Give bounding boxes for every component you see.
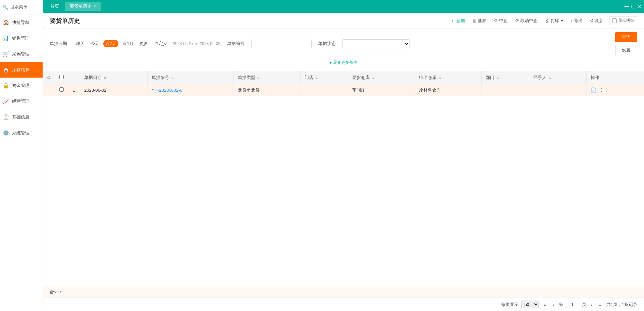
sidebar-item-inventory[interactable]: 🏠 库存核算	[0, 62, 43, 78]
col-handler[interactable]: 经手人 ⇅	[529, 71, 587, 84]
sidebar-item-sales[interactable]: 📊 销售管理	[0, 30, 43, 46]
row-checkbox-cell[interactable]	[55, 84, 68, 96]
window-maximize-icon[interactable]: □	[632, 3, 635, 10]
first-page-button[interactable]: «	[541, 301, 548, 308]
col-handler-sort-icon: ⇅	[548, 76, 551, 80]
refresh-button[interactable]: ↺ 刷新	[588, 16, 606, 25]
show-detail-checkbox[interactable]	[612, 18, 617, 23]
row-settings-cell	[43, 84, 55, 96]
page-title: 要货单历史	[50, 17, 80, 25]
expand-more-button[interactable]: ▾ 展开更多条件	[50, 58, 637, 68]
col-dept[interactable]: 部门 ⇅	[482, 71, 529, 84]
sidebar-item-operations[interactable]: 📈 经营管理	[0, 93, 43, 109]
next-page-button[interactable]: ›	[589, 301, 594, 308]
col-req-warehouse[interactable]: 要货仓库 ⇅	[348, 71, 415, 84]
per-page-select[interactable]: 20 50 100 200	[521, 301, 539, 308]
col-handler-label: 经手人	[533, 75, 546, 80]
sidebar-item-basic-info[interactable]: 📋 基础信息	[0, 109, 43, 125]
export-button[interactable]: ↑ 导出	[569, 16, 585, 25]
col-date[interactable]: 单据日期 ⇅	[80, 71, 148, 84]
col-dept-label: 部门	[486, 75, 494, 80]
select-all-checkbox[interactable]	[59, 75, 64, 79]
stop-icon: ⊘	[494, 18, 498, 23]
sidebar-item-label: 经营管理	[12, 98, 30, 104]
sidebar-item-label: 库存核算	[12, 67, 30, 73]
last-page-button[interactable]: »	[597, 301, 603, 308]
doc-no-input[interactable]	[251, 40, 312, 48]
status-select[interactable]	[343, 40, 409, 48]
window-close-icon[interactable]: ×	[638, 3, 641, 10]
sidebar-item-label: 基础信息	[12, 114, 30, 120]
col-date-label: 单据日期	[84, 75, 102, 80]
col-dept-sort-icon: ⇅	[496, 76, 499, 80]
row-doc-no[interactable]: YH-20230602-0	[148, 84, 234, 96]
sidebar-item-quick-nav[interactable]: 🏠 快捷导航	[0, 14, 43, 30]
sidebar-item-label: 资金管理	[12, 83, 30, 89]
row-store	[300, 84, 348, 96]
date-option-more[interactable]: 更多	[138, 40, 150, 47]
settings-button[interactable]: 设置	[615, 45, 637, 55]
operations-icon: 📈	[3, 98, 9, 104]
sidebar-item-purchase[interactable]: 🛒 采购管理	[0, 46, 43, 62]
col-doc-type[interactable]: 单据类型 ⇅	[233, 71, 300, 84]
col-req-warehouse-label: 要货仓库	[352, 75, 370, 80]
table-container: ⚙ 单据日期 ⇅ 单据编号 ⇅ 单据类型 ⇅	[43, 71, 644, 286]
tab-close-icon[interactable]: ×	[94, 4, 96, 9]
stop-button[interactable]: ⊘ 中止	[492, 16, 510, 25]
sidebar-search[interactable]: 🔍 搜索菜单	[0, 0, 43, 14]
date-option-7days[interactable]: 近7天	[103, 40, 118, 47]
tab-current[interactable]: 要货单历史 ×	[65, 2, 101, 11]
page-number-input[interactable]	[566, 301, 579, 308]
col-store[interactable]: 门店 ⇅	[300, 71, 348, 84]
refresh-label: 刷新	[595, 18, 604, 24]
tab-home[interactable]: 首页	[46, 2, 64, 11]
export-label: 导出	[574, 18, 583, 24]
expand-label: 展开更多条件	[333, 60, 357, 65]
row-date: 2023-06-02	[80, 84, 148, 96]
cancel-stop-icon: ⊘	[515, 18, 519, 23]
sidebar-item-label: 销售管理	[12, 35, 30, 41]
window-minimize-icon[interactable]: ─	[625, 3, 629, 10]
date-option-yesterday[interactable]: 昨天	[74, 40, 87, 47]
sidebar-item-system[interactable]: ⚙️ 系统管理	[0, 125, 43, 141]
col-doc-no[interactable]: 单据编号 ⇅	[148, 71, 234, 84]
date-option-today[interactable]: 今天	[89, 40, 101, 47]
col-pending-warehouse[interactable]: 待出仓库 ⇅	[415, 71, 481, 84]
toolbar: ＋ 新增 🗑 删除 ⊘ 中止 ⊘ 取消中止 🖨 打印 ▾ ↑ 导	[448, 16, 638, 25]
row-num: 1	[68, 84, 80, 96]
date-option-custom[interactable]: 自定义	[152, 40, 169, 47]
new-icon: ＋	[450, 18, 455, 24]
show-detail-button[interactable]: 显示明细	[609, 16, 637, 25]
col-checkbox	[55, 71, 68, 84]
col-doc-type-sort-icon: ⇅	[257, 76, 260, 80]
sidebar-item-finance[interactable]: 🔒 资金管理	[0, 78, 43, 93]
row-more-icon[interactable]: ⋮⋮	[599, 87, 608, 93]
basic-info-icon: 📋	[3, 114, 9, 120]
col-num	[68, 71, 80, 84]
show-detail-label: 显示明细	[618, 18, 634, 24]
sidebar-item-label: 快捷导航	[12, 19, 30, 26]
col-settings[interactable]: ⚙	[43, 71, 55, 84]
status-select-wrap	[342, 39, 410, 48]
delete-button[interactable]: 🗑 删除	[470, 16, 489, 25]
page-label: 第	[559, 302, 563, 308]
print-button[interactable]: 🖨 打印 ▾	[543, 16, 565, 25]
pagination-bar: 每页显示 20 50 100 200 « ‹ 第 页 › » 共1页，1条记录	[43, 298, 644, 311]
delete-icon: 🗑	[472, 18, 477, 23]
purchase-icon: 🛒	[3, 51, 9, 57]
delete-label: 删除	[478, 18, 487, 24]
date-option-1month[interactable]: 近1月	[120, 40, 136, 47]
cancel-stop-button[interactable]: ⊘ 取消中止	[513, 16, 540, 25]
col-req-warehouse-sort-icon: ⇅	[371, 76, 374, 80]
prev-page-button[interactable]: ‹	[551, 301, 556, 308]
new-button[interactable]: ＋ 新增	[448, 16, 467, 25]
new-label: 新增	[456, 18, 465, 24]
query-button[interactable]: 查询	[615, 32, 637, 42]
row-dept	[482, 84, 529, 96]
row-edit-icon[interactable]: 📄	[591, 87, 596, 93]
cancel-stop-label: 取消中止	[520, 18, 538, 24]
tab-bar-right: ─ □ ×	[625, 3, 641, 10]
table-body: 1 2023-06-02 YH-20230602-0 要货单要货 车间库 原材料…	[43, 84, 644, 96]
table-row: 1 2023-06-02 YH-20230602-0 要货单要货 车间库 原材料…	[43, 84, 644, 96]
filter-row-1: 单据日期 昨天 今天 近7天 近1月 更多 自定义 2023-05-27 至 2…	[50, 32, 637, 55]
